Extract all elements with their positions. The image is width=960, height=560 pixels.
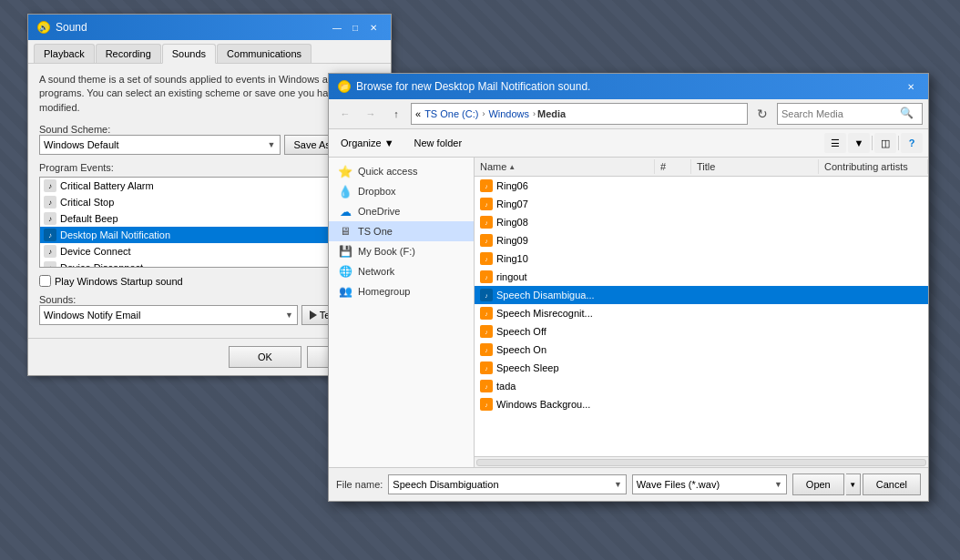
file-item-windows-bg[interactable]: ♪ Windows Backgrou...: [475, 395, 928, 413]
sidebar-item-network[interactable]: 🌐 Network: [329, 261, 474, 281]
audio-icon-ringout: ♪: [480, 270, 493, 283]
filename-input[interactable]: Speech Disambiguation ▼: [388, 474, 626, 494]
file-item-ring09[interactable]: ♪ Ring09: [475, 231, 928, 249]
sidebar-item-onedrive[interactable]: ☁ OneDrive: [329, 201, 474, 221]
back-button[interactable]: ←: [334, 104, 356, 124]
sidebar-item-dropbox[interactable]: 💧 Dropbox: [329, 181, 474, 201]
hscroll-track[interactable]: [476, 459, 926, 466]
up-button[interactable]: ↑: [385, 104, 407, 124]
pe-icon-critical-stop: ♪: [44, 196, 56, 209]
search-icon[interactable]: 🔍: [900, 107, 914, 121]
file-item-speech-on[interactable]: ♪ Speech On: [475, 341, 928, 359]
sound-scheme-select[interactable]: Windows Default ▼: [39, 135, 281, 155]
file-name-speech-off: ♪ Speech Off: [475, 323, 655, 340]
file-item-speech-sleep[interactable]: ♪ Speech Sleep: [475, 359, 928, 377]
filetype-select[interactable]: Wave Files (*.wav) ▼: [632, 474, 787, 494]
tab-communications[interactable]: Communications: [217, 44, 311, 63]
file-hash-speech-off: [655, 330, 691, 333]
file-cancel-button[interactable]: Cancel: [863, 473, 921, 495]
filetype-arrow-icon: ▼: [774, 480, 782, 489]
minimize-button[interactable]: —: [329, 20, 345, 35]
file-name-ringout: ♪ ringout: [475, 269, 655, 285]
file-item-ring06[interactable]: ♪ Ring06: [475, 177, 928, 195]
file-close-button[interactable]: ✕: [903, 79, 919, 94]
audio-icon-ring06: ♪: [480, 179, 493, 192]
tab-recording[interactable]: Recording: [96, 44, 161, 63]
sounds-value: Windows Notify Email: [44, 310, 140, 321]
sidebar-item-homegroup[interactable]: 👥 Homegroup: [329, 281, 474, 301]
refresh-button[interactable]: ↻: [751, 104, 773, 124]
startup-checkbox[interactable]: [39, 275, 51, 287]
file-item-tada[interactable]: ♪ tada: [475, 377, 928, 395]
col-header-hash[interactable]: #: [655, 159, 691, 174]
file-name-ring08: ♪ Ring08: [475, 214, 655, 230]
file-item-ring08[interactable]: ♪ Ring08: [475, 213, 928, 231]
view-dropdown-button[interactable]: ▼: [848, 133, 870, 153]
audio-icon-speech-off: ♪: [480, 325, 493, 338]
col-name-label: Name: [480, 161, 506, 172]
close-button[interactable]: ✕: [365, 20, 382, 35]
file-item-ringout[interactable]: ♪ ringout: [475, 268, 928, 286]
sidebar-item-quickaccess[interactable]: ⭐ Quick access: [329, 161, 474, 181]
horizontal-scrollbar[interactable]: [475, 456, 928, 467]
file-artist-ring06: [819, 184, 928, 188]
sounds-arrow-icon: ▼: [285, 311, 293, 320]
file-artist-speech-disambig: [819, 293, 928, 297]
scheme-arrow-icon: ▼: [268, 140, 276, 149]
sidebar-homegroup-label: Homegroup: [358, 286, 410, 297]
pe-label-critical-battery: Critical Battery Alarm: [60, 180, 154, 191]
breadcrumb-ts-one[interactable]: TS One (C:): [423, 108, 480, 119]
file-title-speech-sleep: [691, 366, 819, 370]
preview-pane-button[interactable]: ◫: [874, 133, 896, 153]
col-header-name[interactable]: Name ▲: [475, 159, 655, 174]
forward-button[interactable]: →: [360, 104, 382, 124]
scheme-value: Windows Default: [44, 139, 119, 150]
sidebar-item-tsone[interactable]: 🖥 TS One: [329, 221, 474, 241]
file-hash-speech-misrecog: [655, 311, 691, 315]
maximize-button[interactable]: □: [347, 20, 363, 35]
file-hash-ring09: [655, 239, 691, 242]
file-dialog-title: Browse for new Desktop Mail Notification…: [356, 80, 590, 93]
search-input[interactable]: [781, 108, 900, 119]
sort-icon: ▲: [508, 163, 516, 171]
organize-arrow-icon: ▼: [384, 137, 394, 148]
ok-button[interactable]: OK: [229, 346, 301, 368]
file-item-speech-misrecog[interactable]: ♪ Speech Misrecognit...: [475, 304, 928, 322]
file-name-ring10: ♪ Ring10: [475, 250, 655, 267]
breadcrumb-sep0: «: [415, 108, 421, 119]
sound-dialog-icon: 🔊: [37, 21, 50, 34]
sidebar-quickaccess-label: Quick access: [358, 166, 417, 177]
file-name-tada: ♪ tada: [475, 378, 655, 394]
sound-dialog-titlebar: 🔊 Sound — □ ✕: [28, 15, 391, 40]
tab-playback[interactable]: Playback: [34, 44, 95, 63]
col-header-title[interactable]: Title: [691, 159, 819, 174]
help-button[interactable]: ?: [901, 133, 923, 153]
file-item-ring10[interactable]: ♪ Ring10: [475, 249, 928, 268]
col-header-artist[interactable]: Contributing artists: [819, 159, 928, 174]
new-folder-button[interactable]: New folder: [406, 135, 471, 151]
onedrive-icon: ☁: [338, 205, 352, 218]
open-arrow-button[interactable]: ▼: [846, 473, 861, 495]
view-list-button[interactable]: ☰: [824, 133, 846, 153]
file-titlebar-controls: ✕: [903, 79, 919, 94]
file-title-tada: [691, 384, 819, 388]
sidebar-item-mybook[interactable]: 💾 My Book (F:): [329, 241, 474, 261]
file-item-speech-disambig[interactable]: ♪ Speech Disambigua...: [475, 286, 928, 304]
file-item-speech-off[interactable]: ♪ Speech Off: [475, 322, 928, 341]
file-list-header: Name ▲ # Title Contributing artists: [475, 158, 928, 177]
pe-label-default-beep: Default Beep: [60, 213, 118, 224]
pe-label-device-disconnect: Device Disconnect: [60, 262, 143, 268]
tab-sounds[interactable]: Sounds: [162, 44, 216, 64]
pe-icon-default-beep: ♪: [44, 212, 56, 225]
file-item-ring07[interactable]: ♪ Ring07: [475, 195, 928, 213]
open-button[interactable]: Open: [792, 473, 844, 495]
organize-button[interactable]: Organize ▼: [334, 135, 401, 151]
file-title-speech-misrecog: [691, 311, 819, 315]
file-hash-tada: [655, 384, 691, 388]
breadcrumb-windows[interactable]: Windows: [486, 108, 531, 119]
file-name-speech-on: ♪ Speech On: [475, 341, 655, 358]
file-hash-speech-on: [655, 348, 691, 351]
file-artist-ring08: [819, 220, 928, 224]
tabs-bar: Playback Recording Sounds Communications: [28, 40, 391, 64]
sounds-select[interactable]: Windows Notify Email ▼: [39, 305, 298, 325]
